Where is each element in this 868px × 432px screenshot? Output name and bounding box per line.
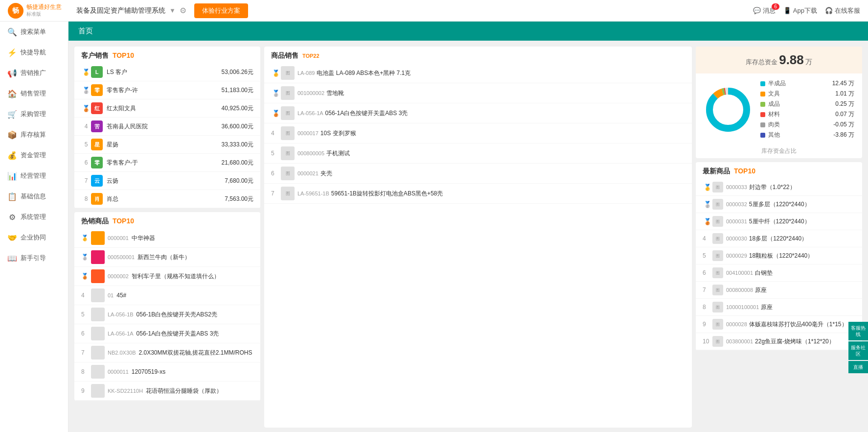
new-product-row-4: 4 图 0000030 18多层（1220*2440） xyxy=(696,230,862,247)
inventory-unit: 万 xyxy=(805,58,812,66)
system-name: 装备及固定资产辅助管理系统 xyxy=(76,6,165,15)
cs-community-button[interactable]: 服务社区 xyxy=(848,341,868,360)
sidebar-item-basic[interactable]: 📋 基础信息 xyxy=(0,186,68,207)
gear-icon[interactable]: ⚙ xyxy=(180,6,186,15)
new-product-row-6: 6 图 004100001 白钢垫 xyxy=(696,264,862,282)
dropdown-arrow-icon[interactable]: ▼ xyxy=(169,7,176,14)
customer-name-1: LS 客户 xyxy=(107,68,222,76)
hot-name-3: 智利车子里（规格不知道填什么） xyxy=(132,272,253,281)
selling-products-list[interactable]: 🥇 图 LA-089 电池盖 LA-089 ABS本色+黑种 7.1克 🥈 图 … xyxy=(264,63,692,204)
inventory-total: 库存总资金 9.88 万 xyxy=(696,47,862,73)
sidebar: 🔍 搜索菜单 ⚡ 快捷导航 📢 营销推广 🏠 销售管理 🛒 采购管理 📦 库存核… xyxy=(0,22,69,432)
new-product-row-9: 9 图 0000028 体贩嘉枝味苏打饮品400毫升（1*15） xyxy=(696,316,862,333)
hot-rank-6: 6 xyxy=(81,330,91,337)
hot-product-row-9: 9 KK-SD22110H 花语萌恒温分腿睡袋（厚款） xyxy=(74,382,260,401)
legend-dot-4 xyxy=(760,112,765,117)
legend-item-3: 成品 0.25 万 xyxy=(760,100,854,108)
hot-products-title: 热销商品 TOP10 xyxy=(74,212,260,229)
hot-rank-4: 4 xyxy=(81,292,91,299)
hot-rank-5: 5 xyxy=(81,311,91,318)
sidebar-item-purchase[interactable]: 🛒 采购管理 xyxy=(0,104,68,124)
cs-live-button[interactable]: 直播 xyxy=(848,361,868,373)
donut-chart xyxy=(704,85,753,136)
legend-item-2: 文具 1.01 万 xyxy=(760,90,854,98)
new-code-10: 003800001 xyxy=(726,338,753,344)
customer-row-8: 8 肖 肖总 7,563.00元 xyxy=(74,190,260,208)
sidebar-item-operation[interactable]: 📊 经营管理 xyxy=(0,166,68,186)
customer-row-3: 🥉 红 红太阳文具 40,925.00元 xyxy=(74,99,260,118)
service-label: 在线客服 xyxy=(835,6,860,15)
new-rank-7: 7 xyxy=(703,287,712,293)
new-product-row-2: 🥈 图 0000032 5厘多层（1220*2440） xyxy=(696,196,862,213)
selling-img-5: 图 xyxy=(281,146,295,160)
hot-product-row-3: 🥉 0000002 智利车子里（规格不知道填什么） xyxy=(74,267,260,286)
customer-name-4: 苍南县人民医院 xyxy=(107,122,222,131)
cs-hotline-button[interactable]: 客服热线 xyxy=(848,322,868,340)
selling-row-6: 6 图 0000021 夹壳 xyxy=(264,164,692,184)
lightning-icon: ⚡ xyxy=(8,48,17,57)
logo-sub: 标准版 xyxy=(26,11,62,18)
inventory-label: 库存总资金 xyxy=(746,58,777,66)
selling-row-2: 🥈 图 001000002 雪地靴 xyxy=(264,83,692,103)
sidebar-item-search[interactable]: 🔍 搜索菜单 xyxy=(0,22,68,42)
page-header: 首页 xyxy=(69,22,868,41)
trial-button[interactable]: 体验行业方案 xyxy=(194,3,248,18)
hot-product-img-6 xyxy=(91,327,105,340)
selling-rank-2: 🥈 xyxy=(271,90,281,97)
customer-value-3: 40,925.00元 xyxy=(222,104,253,113)
online-service-button[interactable]: 🎧 在线客服 xyxy=(825,6,860,15)
customer-top10-card: 客户销售 TOP10 🥇 L LS 客户 53,006.26元 🥈 零 零售客户… xyxy=(74,47,260,208)
customer-value-2: 51,183.00元 xyxy=(222,86,253,95)
new-product-row-7: 7 图 000800008 原座 xyxy=(696,282,862,299)
sidebar-item-system[interactable]: ⚙ 系统管理 xyxy=(0,207,68,227)
app-download-button[interactable]: 📱 App下载 xyxy=(783,6,817,15)
sidebar-item-marketing[interactable]: 📢 营销推广 xyxy=(0,63,68,83)
new-code-7: 000800008 xyxy=(726,287,753,293)
house-icon: 🏠 xyxy=(8,89,17,98)
new-name-6: 白钢垫 xyxy=(755,269,855,277)
new-name-3: 5厘中纤（1220*2440） xyxy=(749,217,855,226)
customer-value-1: 53,006.26元 xyxy=(222,68,253,76)
donut-chart-area: 半成品 12.45 万 文具 1.01 万 成品 0.25 万 xyxy=(696,73,862,147)
new-rank-4: 4 xyxy=(703,235,712,242)
hot-product-img-5 xyxy=(91,308,105,321)
new-product-row-1: 🥇 图 0000033 封边带（1.0*22） xyxy=(696,179,862,196)
new-code-9: 0000028 xyxy=(726,321,747,327)
message-button[interactable]: 💬 消息 6 xyxy=(753,6,776,15)
sidebar-label-corp: 企业协同 xyxy=(21,233,46,242)
new-product-row-10: 10 图 003800001 22g鱼豆腐-烧烤味（1*12*20） xyxy=(696,333,862,350)
hot-name-6: 056-1A白色按键开关盖ABS 3壳 xyxy=(137,330,253,338)
hot-rank-9: 9 xyxy=(81,387,91,394)
sidebar-item-sales[interactable]: 🏠 销售管理 xyxy=(0,83,68,104)
legend-item-5: 肉类 -0.05 万 xyxy=(760,120,854,129)
new-product-row-8: 8 图 10000100001 原座 xyxy=(696,299,862,316)
sidebar-item-quicknav[interactable]: ⚡ 快捷导航 xyxy=(0,42,68,63)
rank-medal-2: 🥈 xyxy=(81,87,91,94)
hot-product-row-1: 🥇 0000001 中华神器 xyxy=(74,229,260,248)
topbar-right: 💬 消息 6 📱 App下载 🎧 在线客服 xyxy=(753,6,860,15)
hot-code-8: 0000011 xyxy=(108,369,129,375)
sidebar-item-corp[interactable]: 🤝 企业协同 xyxy=(0,227,68,248)
hot-code-9: KK-SD22110H xyxy=(108,388,143,394)
new-rank-6: 6 xyxy=(703,269,712,276)
selling-name-4: 10S 变刹罗猴 xyxy=(320,129,685,138)
sidebar-item-inventory[interactable]: 📦 库存核算 xyxy=(0,124,68,145)
new-rank-5: 5 xyxy=(703,252,712,259)
customer-avatar-2: 零 xyxy=(91,84,103,96)
customer-value-4: 36,600.00元 xyxy=(222,122,253,131)
selling-name-3: 056-1A白色按键开关盖ABS 3壳 xyxy=(325,109,685,118)
app-label: App下载 xyxy=(793,6,817,15)
new-name-1: 封边带（1.0*22） xyxy=(749,183,855,192)
hot-product-row-2: 🥈 000500001 新西兰牛肉（新牛） xyxy=(74,248,260,267)
hot-code-6: LA-056-1A xyxy=(108,331,134,336)
selling-row-7: 7 图 LA-59651-1B 59651-1B旋转投影灯电池盒ABS黑色+58… xyxy=(264,184,692,204)
sidebar-item-guide[interactable]: 📖 新手引导 xyxy=(0,248,68,268)
hot-rank-8: 8 xyxy=(81,368,91,375)
legend-dot-3 xyxy=(760,102,765,107)
sidebar-item-finance[interactable]: 💰 资金管理 xyxy=(0,145,68,166)
customer-name-3: 红太阳文具 xyxy=(107,104,222,113)
hot-product-row-7: 7 NB2.0X30B 2.0X30MM双搓花轴,搓花直径2.1MM/ROHS xyxy=(74,343,260,362)
new-img-1: 图 xyxy=(712,182,723,192)
middle-panel: 商品销售 TOP22 🥇 图 LA-089 电池盖 LA-089 ABS本色+黑… xyxy=(264,47,692,428)
new-name-2: 5厘多层（1220*2440） xyxy=(749,200,855,209)
